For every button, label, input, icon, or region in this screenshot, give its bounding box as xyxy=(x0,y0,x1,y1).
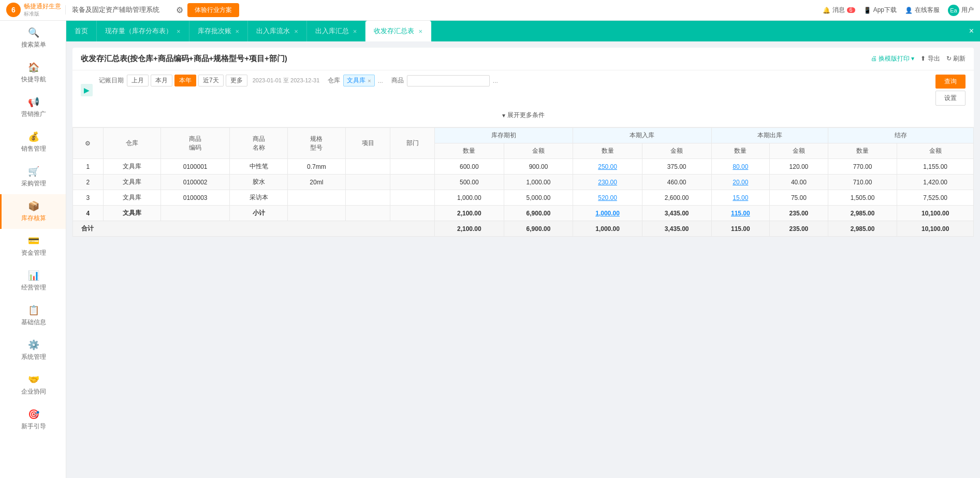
export-button[interactable]: ⬆ 导出 xyxy=(920,54,940,63)
search-icon: 🔍 xyxy=(28,27,39,38)
footer-opening-qty: 2,100.00 xyxy=(435,221,504,237)
th-in-qty: 数量 xyxy=(573,143,642,159)
date-curr-month[interactable]: 本月 xyxy=(151,75,172,86)
sidebar-item-operations[interactable]: 📊 经营管理 xyxy=(0,264,66,298)
tab-recv-send[interactable]: 收发存汇总表 × xyxy=(365,21,431,41)
settings-icon[interactable]: ⚙ xyxy=(176,5,183,15)
sidebar-item-basic-info[interactable]: 📋 基础信息 xyxy=(0,298,66,333)
tab-inout-flow-label: 出入库流水 xyxy=(256,26,290,36)
mobile-icon: 📱 xyxy=(864,7,871,14)
th-closing-qty: 数量 xyxy=(828,143,897,159)
td-no: 4 xyxy=(73,206,104,221)
date-filter: 记账日期 上月 本月 本年 近7天 更多 2023-01-01 至 2023-1… xyxy=(99,75,319,86)
date-curr-year[interactable]: 本年 xyxy=(174,75,196,86)
tab-inout-flow[interactable]: 出入库流水 × xyxy=(248,21,307,41)
template-print-button[interactable]: 🖨 换模版打印 ▾ xyxy=(871,54,915,63)
td-opening-amt: 1,000.00 xyxy=(504,175,573,190)
td-out-qty[interactable]: 20.00 xyxy=(711,175,770,190)
experience-button[interactable]: 体验行业方案 xyxy=(187,3,239,17)
td-dept xyxy=(390,159,435,175)
sidebar-item-finance[interactable]: 💳 资金管理 xyxy=(0,229,66,264)
tab-stock-dist-close[interactable]: × xyxy=(177,27,181,35)
filter-collapse-button[interactable]: ▶ xyxy=(81,84,93,96)
print-icon: 🖨 xyxy=(871,55,877,62)
td-no: 1 xyxy=(73,159,104,175)
tab-recv-send-close[interactable]: × xyxy=(418,27,422,35)
sidebar-label-enterprise: 企业协同 xyxy=(21,387,46,396)
warehouse-tag-label: 文具库 xyxy=(347,76,365,85)
sidebar-item-guide[interactable]: 🎯 新手引导 xyxy=(0,402,66,437)
date-label: 记账日期 xyxy=(99,76,124,85)
close-all-tabs[interactable]: × xyxy=(963,26,980,36)
td-opening-qty: 2,100.00 xyxy=(435,206,504,221)
app-download[interactable]: 📱 App下载 xyxy=(864,6,897,15)
filter-settings-button[interactable]: 设置 xyxy=(935,91,966,106)
sidebar-item-purchase[interactable]: 🛒 采购管理 xyxy=(0,160,66,194)
tab-inout-summary-close[interactable]: × xyxy=(353,27,357,35)
sidebar-label-operations: 经营管理 xyxy=(21,283,46,292)
td-opening-qty: 500.00 xyxy=(435,175,504,190)
tab-stock-dist[interactable]: 现存量（库存分布表） × xyxy=(97,21,189,41)
td-code: 0100002 xyxy=(160,175,230,190)
sidebar-item-system[interactable]: ⚙️ 系统管理 xyxy=(0,333,66,368)
page-header: 收发存汇总表(按仓库+商品编码+商品+规格型号+项目+部门) 🖨 换模版打印 ▾… xyxy=(72,48,974,70)
filter-actions: 查询 设置 xyxy=(935,75,966,106)
warehouse-filter: 仓库 文具库 × ... xyxy=(328,75,383,86)
td-out-qty[interactable]: 115.00 xyxy=(711,206,770,221)
tab-stock-dist-label: 现存量（库存分布表） xyxy=(105,26,172,36)
footer-closing-amt: 10,100.00 xyxy=(897,221,974,237)
notifications[interactable]: 🔔 消息 6 xyxy=(823,6,855,15)
sidebar-item-marketing[interactable]: 📢 营销推广 xyxy=(0,90,66,125)
td-dept xyxy=(390,206,435,221)
tab-batch-label: 库存批次账 xyxy=(198,26,231,36)
td-in-qty[interactable]: 520.00 xyxy=(573,190,642,206)
td-closing-amt: 10,100.00 xyxy=(897,206,974,221)
refresh-button[interactable]: ↻ 刷新 xyxy=(946,54,966,63)
tab-home[interactable]: 首页 xyxy=(66,21,97,41)
td-in-qty[interactable]: 1,000.00 xyxy=(573,206,642,221)
warehouse-tag-close[interactable]: × xyxy=(368,78,371,84)
tab-batch-close[interactable]: × xyxy=(236,27,240,35)
table-container: ⚙ 仓库 商品编码 商品名称 规格型号 项目 部门 库存期初 本期入库 本期 xyxy=(72,127,974,237)
sidebar-label-quick-nav: 快捷导航 xyxy=(21,75,46,84)
user-menu[interactable]: Ea 用户 xyxy=(948,5,974,16)
td-in-qty[interactable]: 250.00 xyxy=(573,159,642,175)
td-code: 0100003 xyxy=(160,190,230,206)
td-project xyxy=(346,206,390,221)
th-settings[interactable]: ⚙ xyxy=(73,128,104,159)
th-in-amt: 金额 xyxy=(642,143,711,159)
th-out-qty: 数量 xyxy=(711,143,770,159)
date-prev-month[interactable]: 上月 xyxy=(127,75,149,86)
operations-icon: 📊 xyxy=(28,270,39,281)
tab-inout-summary-label: 出入库汇总 xyxy=(315,26,349,36)
sidebar-item-enterprise[interactable]: 🤝 企业协同 xyxy=(0,368,66,402)
tab-batch[interactable]: 库存批次账 × xyxy=(189,21,248,41)
refresh-icon: ↻ xyxy=(946,55,952,62)
online-service[interactable]: 👤 在线客服 xyxy=(905,6,940,15)
sidebar-item-search[interactable]: 🔍 搜索菜单 xyxy=(0,21,66,55)
td-out-qty[interactable]: 80.00 xyxy=(711,159,770,175)
sidebar-label-finance: 资金管理 xyxy=(21,249,46,257)
date-7days[interactable]: 近7天 xyxy=(198,75,224,86)
footer-out-qty: 115.00 xyxy=(711,221,770,237)
th-warehouse: 仓库 xyxy=(103,128,160,159)
tab-inout-flow-close[interactable]: × xyxy=(294,27,298,35)
goods-more[interactable]: ... xyxy=(493,77,498,84)
sidebar-item-quick-nav[interactable]: 🏠 快捷导航 xyxy=(0,55,66,90)
th-closing: 结存 xyxy=(828,128,973,143)
sidebar-item-inventory[interactable]: 📦 库存核算 xyxy=(0,194,66,229)
tab-inout-summary[interactable]: 出入库汇总 × xyxy=(307,21,366,41)
query-button[interactable]: 查询 xyxy=(935,75,966,89)
expand-conditions-button[interactable]: ▾ 展开更多条件 xyxy=(502,111,545,120)
goods-input[interactable] xyxy=(407,75,490,86)
sidebar-item-sales[interactable]: 💰 销售管理 xyxy=(0,125,66,160)
td-out-qty[interactable]: 15.00 xyxy=(711,190,770,206)
date-more[interactable]: 更多 xyxy=(226,75,247,86)
td-in-amt: 375.00 xyxy=(642,159,711,175)
sidebar-label-inventory: 库存核算 xyxy=(21,214,46,223)
warehouse-more[interactable]: ... xyxy=(378,77,383,84)
td-in-qty[interactable]: 230.00 xyxy=(573,175,642,190)
enterprise-icon: 🤝 xyxy=(28,374,39,385)
filter-section: ▶ 记账日期 上月 本月 本年 近7天 xyxy=(72,70,974,127)
logo-icon: 6 xyxy=(6,3,21,17)
